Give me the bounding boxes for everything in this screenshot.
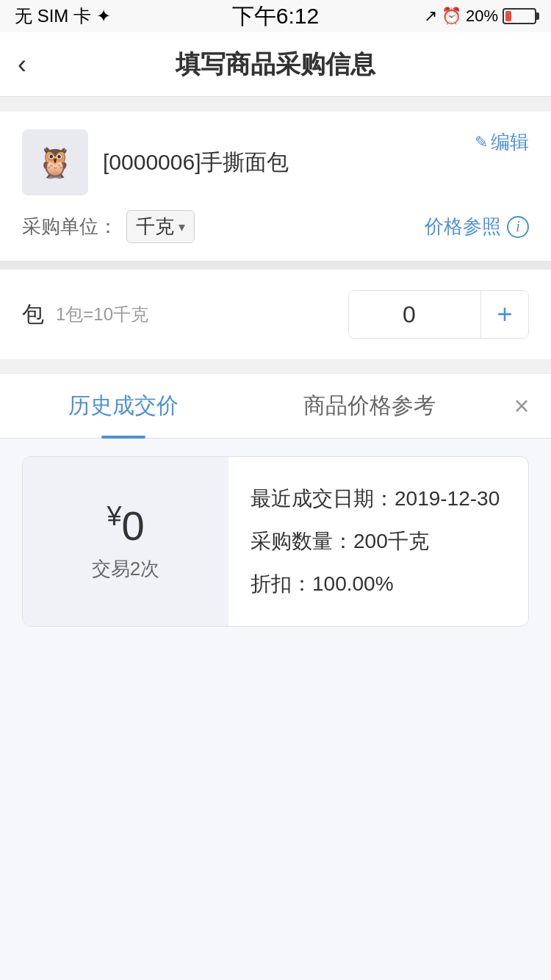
price-currency: ¥ bbox=[107, 501, 121, 531]
tab-close-button[interactable]: × bbox=[492, 374, 551, 439]
price-left-panel: ¥0 交易2次 bbox=[23, 457, 228, 626]
main-content bbox=[0, 644, 551, 980]
unit-select-dropdown[interactable]: 千克 ▾ bbox=[126, 210, 195, 243]
unit-value: 千克 bbox=[136, 214, 174, 239]
tab-history-label: 历史成交价 bbox=[68, 391, 179, 421]
price-ref-label: 价格参照 bbox=[425, 214, 501, 239]
gray-separator bbox=[0, 261, 551, 270]
trade-count: 交易2次 bbox=[92, 556, 159, 582]
battery-icon bbox=[503, 8, 536, 24]
price-card: ¥0 交易2次 最近成交日期：2019-12-30 采购数量：200千克 折扣：… bbox=[22, 456, 529, 627]
quantity-plus-button[interactable]: + bbox=[481, 291, 528, 338]
discount-label: 折扣： bbox=[251, 572, 312, 595]
discount-row: 折扣：100.00% bbox=[251, 569, 506, 599]
product-left: 🦉 [0000006]手撕面包 bbox=[22, 129, 289, 195]
status-left: 无 SIM 卡 ✦ bbox=[15, 4, 111, 28]
price-value: 0 bbox=[121, 502, 144, 548]
product-thumbnail: 🦉 bbox=[22, 129, 88, 195]
back-button[interactable]: ‹ bbox=[18, 49, 26, 80]
status-right: ↗ ⏰ 20% bbox=[424, 7, 536, 26]
unit-label: 采购单位： bbox=[22, 214, 118, 239]
quantity-left: 包 1包=10千克 bbox=[22, 300, 148, 330]
quantity-row: 包 1包=10千克 + bbox=[0, 270, 551, 359]
tab-history-price[interactable]: 历史成交价 bbox=[0, 374, 246, 439]
battery-fill bbox=[505, 11, 511, 21]
product-header: 🦉 [0000006]手撕面包 ✎ 编辑 bbox=[22, 129, 529, 195]
purchase-quantity-row: 采购数量：200千克 bbox=[251, 526, 506, 557]
product-card: 🦉 [0000006]手撕面包 ✎ 编辑 采购单位： 千克 ▾ 价格参照 i bbox=[0, 112, 551, 261]
quantity-input[interactable] bbox=[349, 291, 481, 338]
info-icon: i bbox=[507, 216, 529, 238]
recent-date-row: 最近成交日期：2019-12-30 bbox=[251, 483, 506, 514]
page-title: 填写商品采购信息 bbox=[176, 48, 375, 82]
edit-label: 编辑 bbox=[491, 129, 529, 155]
price-right-panel: 最近成交日期：2019-12-30 采购数量：200千克 折扣：100.00% bbox=[228, 457, 528, 626]
price-amount: ¥0 bbox=[107, 501, 144, 550]
purchase-qty-label: 采购数量： bbox=[251, 530, 353, 552]
product-unit-row: 采购单位： 千克 ▾ 价格参照 i bbox=[22, 210, 529, 243]
product-logo-icon: 🦉 bbox=[37, 145, 73, 180]
status-bar: 无 SIM 卡 ✦ 下午6:12 ↗ ⏰ 20% bbox=[0, 0, 551, 32]
alarm-icon: ⏰ bbox=[442, 7, 461, 26]
quantity-control: + bbox=[348, 290, 529, 339]
package-note: 1包=10千克 bbox=[56, 303, 148, 326]
price-reference-button[interactable]: 价格参照 i bbox=[425, 214, 529, 239]
package-label: 包 bbox=[22, 300, 44, 330]
product-name: [0000006]手撕面包 bbox=[103, 148, 289, 178]
chevron-down-icon: ▾ bbox=[179, 219, 185, 235]
tab-section: 历史成交价 商品价格参考 × ¥0 交易2次 最近成交日期：2019-12-30… bbox=[0, 374, 551, 980]
nav-bar: ‹ 填写商品采购信息 bbox=[0, 32, 551, 97]
card-area: ¥0 交易2次 最近成交日期：2019-12-30 采购数量：200千克 折扣：… bbox=[0, 439, 551, 644]
edit-icon: ✎ bbox=[475, 133, 488, 152]
battery-percent: 20% bbox=[466, 7, 498, 26]
tab-bar: 历史成交价 商品价格参考 × bbox=[0, 374, 551, 439]
tab-price-reference[interactable]: 商品价格参考 bbox=[246, 374, 492, 439]
recent-date-label: 最近成交日期： bbox=[251, 487, 395, 510]
sim-indicator: 无 SIM 卡 ✦ bbox=[15, 4, 111, 28]
discount-value: 100.00% bbox=[312, 572, 394, 595]
status-time: 下午6:12 bbox=[232, 1, 319, 32]
recent-date-value: 2019-12-30 bbox=[395, 487, 500, 510]
purchase-qty-value: 200千克 bbox=[353, 530, 429, 552]
tab-reference-label: 商品价格参考 bbox=[303, 391, 436, 421]
edit-button[interactable]: ✎ 编辑 bbox=[475, 129, 529, 155]
location-icon: ↗ bbox=[424, 7, 437, 26]
